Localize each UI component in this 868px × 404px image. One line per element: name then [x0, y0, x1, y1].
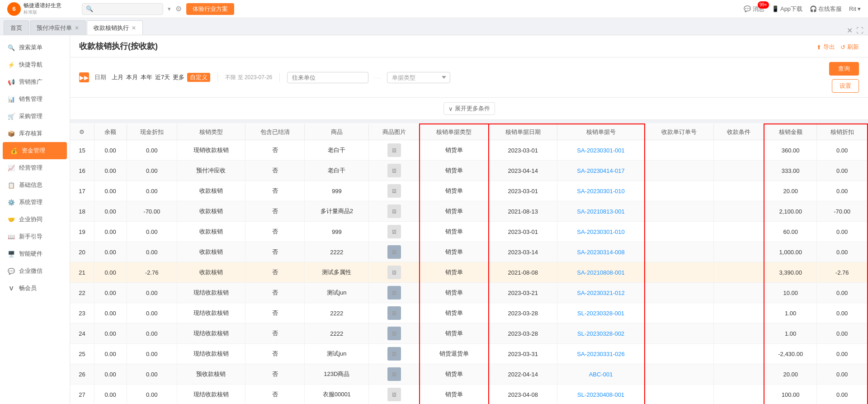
date-opt-7days[interactable]: 近7天	[155, 73, 170, 81]
sales-icon: 📊	[7, 96, 15, 103]
doc-num-link[interactable]: SA-20230321-012	[577, 290, 625, 296]
data-table: ⚙ 余额 现金折扣 核销类型 包含已结清 商品 商品图片 核销单据类型 核销单据…	[70, 124, 868, 404]
doc-num-link[interactable]: SA-20230314-008	[577, 249, 625, 256]
top-search-box[interactable]: 🔍	[82, 3, 163, 15]
cell-balance: 0.00	[94, 323, 127, 344]
tab-verify[interactable]: 收款核销执行 ✕	[87, 20, 143, 35]
col-header-setting[interactable]: ⚙	[70, 124, 94, 140]
cell-receipt-cond	[713, 323, 764, 344]
doc-num-link[interactable]: SA-20230301-010	[577, 188, 625, 195]
cell-doc-num[interactable]: ABC-001	[557, 364, 645, 385]
cell-goods-img: 🖼	[369, 161, 420, 181]
sidebar-item-quicknav-label: 快捷导航	[19, 61, 42, 69]
user-menu[interactable]: Rit ▾	[849, 5, 861, 12]
setting-btn[interactable]: 设置	[832, 79, 859, 93]
from-unit-input[interactable]	[287, 72, 368, 83]
sidebar-item-search[interactable]: 🔍 搜索菜单	[0, 39, 70, 56]
sidebar-item-member[interactable]: V 畅会员	[0, 280, 70, 297]
sidebar-item-inventory[interactable]: 📦 库存核算	[0, 125, 70, 142]
cell-goods-img: 🖼	[369, 262, 420, 283]
table-container[interactable]: ⚙ 余额 现金折扣 核销类型 包含已结清 商品 商品图片 核销单据类型 核销单据…	[70, 120, 868, 404]
sidebar-item-wechat[interactable]: 💬 企业微信	[0, 262, 70, 280]
doc-num-link[interactable]: SA-20230301-001	[577, 147, 625, 154]
table-settings-icon[interactable]: ⚙	[79, 128, 85, 135]
cell-goods: 测试多属性	[305, 262, 369, 283]
cell-balance: 0.00	[94, 262, 127, 283]
sidebar-item-guide[interactable]: 📖 新手引导	[0, 228, 70, 245]
export-btn[interactable]: ⬆ 导出	[816, 43, 835, 51]
search-dropdown-icon[interactable]: ▾	[168, 5, 171, 12]
doc-num-link[interactable]: SA-20210813-001	[577, 208, 625, 215]
cell-doc-num[interactable]: SA-20230331-026	[557, 344, 645, 364]
message-btn[interactable]: 💬 消息 99+	[744, 5, 764, 13]
sidebar-item-system[interactable]: ⚙️ 系统管理	[0, 194, 70, 211]
cell-doc-type: 销货单	[420, 242, 489, 262]
sidebar-item-purchase[interactable]: 🛒 采购管理	[0, 108, 70, 125]
sidebar-item-collab[interactable]: 🤝 企业协同	[0, 211, 70, 228]
cell-goods-img: 🖼	[369, 201, 420, 222]
doc-num-link[interactable]: SL-20230328-002	[577, 330, 624, 337]
sidebar-item-finance[interactable]: 💰 资金管理	[3, 142, 67, 159]
member-icon: V	[7, 285, 15, 292]
tab-expand-icon[interactable]: ⛶	[856, 27, 863, 35]
cell-doc-num[interactable]: SL-20230328-002	[557, 323, 645, 344]
date-opt-this-year[interactable]: 本年	[141, 73, 152, 81]
tab-home[interactable]: 首页	[4, 20, 29, 35]
cell-doc-num[interactable]: SA-20230314-008	[557, 242, 645, 262]
cell-cash-disc: 0.00	[127, 303, 177, 323]
tab-prepay[interactable]: 预付冲应付单 ✕	[30, 20, 86, 35]
sidebar-item-member-label: 畅会员	[19, 284, 37, 292]
doc-num-link[interactable]: SL-20230328-001	[577, 310, 624, 317]
cell-id: 22	[70, 283, 94, 303]
settings-icon[interactable]: ⚙	[175, 5, 182, 13]
query-btn[interactable]: 查询	[829, 62, 859, 76]
sidebar-item-sales[interactable]: 📊 销售管理	[0, 90, 70, 108]
date-opt-custom[interactable]: 自定义	[187, 73, 210, 82]
cell-balance: 0.00	[94, 140, 127, 161]
sidebar-item-basic[interactable]: 📋 基础信息	[0, 176, 70, 194]
sidebar-item-marketing[interactable]: 📢 营销推广	[0, 73, 70, 90]
cell-doc-num[interactable]: SA-20230321-012	[557, 283, 645, 303]
cell-goods: 2222	[305, 303, 369, 323]
cell-doc-num[interactable]: SA-20210808-001	[557, 262, 645, 283]
doc-type-select[interactable]: 单据类型	[387, 72, 450, 83]
sidebar-item-system-label: 系统管理	[19, 198, 42, 206]
cell-doc-type: 销货单	[420, 303, 489, 323]
table-row: 18 0.00 -70.00 收款核销 否 多计量商品2 🖼 销货单 2021-…	[70, 201, 868, 222]
doc-num-link[interactable]: SA-20230301-010	[577, 228, 625, 235]
industry-solution-btn[interactable]: 体验行业方案	[186, 3, 234, 15]
cell-doc-num[interactable]: SA-20230301-010	[557, 181, 645, 201]
tab-prepay-close-icon[interactable]: ✕	[75, 25, 79, 31]
doc-num-link[interactable]: SA-20230331-026	[577, 351, 625, 357]
search-icon: 🔍	[86, 5, 93, 12]
sidebar-item-quicknav[interactable]: ⚡ 快捷导航	[0, 56, 70, 73]
tab-close-all-icon[interactable]: ✕	[847, 26, 853, 35]
tab-verify-close-icon[interactable]: ✕	[132, 25, 136, 31]
cell-doc-num[interactable]: SL-20230328-001	[557, 303, 645, 323]
refresh-btn[interactable]: ↺ 刷新	[840, 43, 859, 51]
app-download-btn[interactable]: 📱 App下载	[772, 5, 802, 13]
online-service-btn[interactable]: 🎧 在线客服	[810, 5, 842, 13]
cell-verify-type: 收款核销	[177, 222, 245, 242]
date-opt-last-month[interactable]: 上月	[112, 73, 123, 81]
goods-img-placeholder: 🖼	[387, 225, 401, 238]
date-opt-more[interactable]: 更多	[173, 73, 184, 81]
cell-doc-num[interactable]: SA-20230301-010	[557, 222, 645, 242]
page-title: 收款核销执行(按收款)	[79, 41, 158, 52]
doc-num-link[interactable]: SL-20230408-001	[577, 391, 624, 398]
doc-num-link[interactable]: ABC-001	[589, 371, 613, 378]
date-opt-this-month[interactable]: 本月	[126, 73, 138, 81]
cell-receipt-order	[645, 181, 713, 201]
wechat-icon: 💬	[7, 268, 15, 275]
cell-doc-num[interactable]: SL-20230408-001	[557, 385, 645, 404]
cell-doc-num[interactable]: SA-20230414-017	[557, 161, 645, 181]
expand-more-btn[interactable]: ∨ 展开更多条件	[443, 102, 495, 115]
page-top-row: 收款核销执行(按收款) ⬆ 导出 ↺ 刷新	[79, 41, 859, 57]
doc-num-link[interactable]: SA-20230414-017	[577, 167, 625, 174]
cell-doc-num[interactable]: SA-20210813-001	[557, 201, 645, 222]
sidebar-item-operations[interactable]: 📈 经营管理	[0, 159, 70, 176]
sidebar-item-hardware[interactable]: 🖥️ 智能硬件	[0, 245, 70, 262]
doc-num-link[interactable]: SA-20210808-001	[577, 269, 625, 276]
filter-collapse-btn[interactable]: ▶▶	[79, 72, 89, 82]
cell-doc-num[interactable]: SA-20230301-001	[557, 140, 645, 161]
